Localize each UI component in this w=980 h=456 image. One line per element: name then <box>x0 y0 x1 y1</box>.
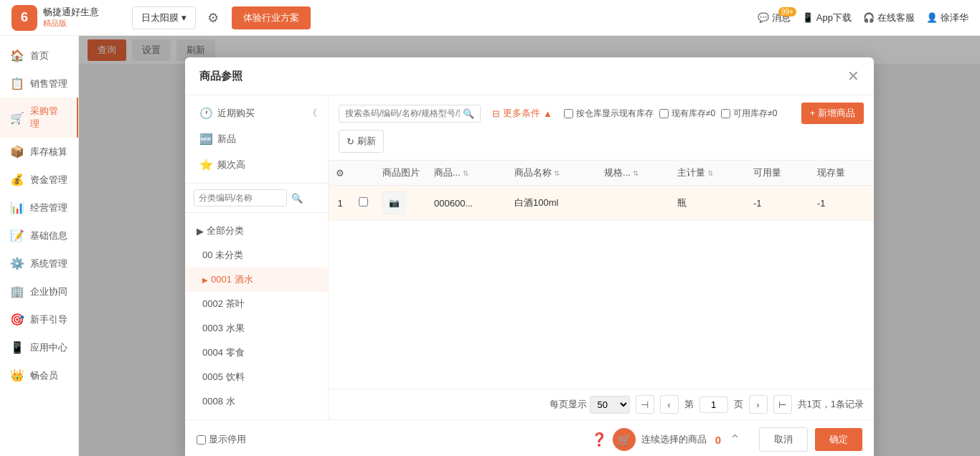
category-search-area: 🔍 <box>185 184 328 213</box>
sales-icon: 📋 <box>10 77 24 90</box>
sidebar-item-home[interactable]: 🏠 首页 <box>0 42 78 70</box>
last-page-btn[interactable]: ⊢ <box>773 395 792 414</box>
modal-close-btn[interactable]: ✕ <box>847 67 859 85</box>
confirm-btn[interactable]: 确定 <box>815 428 862 451</box>
modal-right-panel: 🔍 ⊟ 更多条件 ▲ 按仓库显示现有库存 <box>329 95 874 419</box>
sidebar-item-purchase[interactable]: 🛒 采购管理 <box>0 98 78 138</box>
sidebar-item-operation[interactable]: 📊 经营管理 <box>0 194 78 222</box>
cell-code: 000600... <box>427 186 507 221</box>
col-settings[interactable]: ⚙ <box>329 161 352 186</box>
page-size-wrap: 每页显示 10 20 50 100 <box>550 396 630 414</box>
cell-stock: -1 <box>810 186 874 221</box>
product-search-wrap: 🔍 <box>339 105 481 123</box>
new-icon: 🆕 <box>199 133 213 146</box>
help-icon[interactable]: ❓ <box>591 432 607 447</box>
quick-recent-purchase[interactable]: 🕐 近期购买 <box>194 103 260 124</box>
search-icon[interactable]: 🔍 <box>463 108 474 119</box>
page-size-select[interactable]: 10 20 50 100 <box>590 396 630 414</box>
more-filters-btn[interactable]: ⊟ 更多条件 ▲ <box>486 104 558 123</box>
cat-0004[interactable]: 0004 零食 <box>185 341 328 365</box>
sidebar-item-inventory[interactable]: 📦 库存核算 <box>0 138 78 166</box>
col-available[interactable]: 可用量 <box>746 161 810 186</box>
col-name[interactable]: 商品名称 ⇅ <box>507 161 597 186</box>
sort-unit-icon: ⇅ <box>707 169 713 177</box>
category-search-input[interactable] <box>194 189 287 206</box>
messages-btn[interactable]: 💬 消息 99+ <box>758 11 791 24</box>
usable-ne0-checkbox[interactable] <box>721 109 730 118</box>
cell-check[interactable] <box>352 186 375 221</box>
col-code[interactable]: 商品... ⇅ <box>427 161 507 186</box>
messages-badge: 99+ <box>778 7 796 16</box>
disabled-checkbox[interactable] <box>197 435 206 445</box>
headset-icon: 🎧 <box>863 12 875 23</box>
page-label-2: 页 <box>734 398 743 411</box>
check-usable-ne0[interactable]: 可用库存≠0 <box>721 108 777 120</box>
table-row[interactable]: 1 📷 <box>329 186 874 221</box>
logo-icon: 6 <box>11 5 37 31</box>
user-avatar[interactable]: 👤 徐泽华 <box>926 11 969 24</box>
sidebar-item-apps[interactable]: 📱 应用中心 <box>0 333 78 361</box>
col-spec[interactable]: 规格... ⇅ <box>597 161 670 186</box>
warehouse-checkbox[interactable] <box>564 109 573 118</box>
page-input[interactable] <box>699 396 728 413</box>
col-unit[interactable]: 主计量 ⇅ <box>670 161 746 186</box>
prev-page-btn[interactable]: ‹ <box>660 395 679 414</box>
row-checkbox[interactable] <box>359 197 368 206</box>
product-table-wrap: ⚙ 商品图片 商品... ⇅ <box>329 161 874 389</box>
sidebar-item-sales[interactable]: 📋 销售管理 <box>0 70 78 98</box>
col-stock[interactable]: 现存量 <box>810 161 874 186</box>
top-nav: 6 畅捷通好生意 精品版 日太阳膜 ▾ ⚙ 体验行业方案 💬 消息 99+ 📱 … <box>0 0 980 36</box>
refresh-btn[interactable]: ↻ 刷新 <box>339 130 384 153</box>
modal-overlay: 商品参照 ✕ 🕐 近期购买 《 <box>79 36 980 456</box>
sidebar-item-member[interactable]: 👑 畅会员 <box>0 361 78 389</box>
app-download-btn[interactable]: 📱 App下载 <box>802 11 852 24</box>
member-icon: 👑 <box>10 369 24 382</box>
edition-label: 精品版 <box>43 18 99 29</box>
cat-0002[interactable]: 0002 茶叶 <box>185 292 328 316</box>
quick-new-products[interactable]: 🆕 新品 <box>194 128 319 150</box>
collapse-footer-btn[interactable]: ⌃ <box>730 432 740 447</box>
settings-icon[interactable]: ⚙ <box>202 6 225 29</box>
cat-0005[interactable]: 0005 饮料 <box>185 365 328 389</box>
cat-0003[interactable]: 0003 水果 <box>185 316 328 341</box>
cell-index: 1 <box>329 186 352 221</box>
sort-spec-icon: ⇅ <box>633 169 639 177</box>
nav-dropdown[interactable]: 日太阳膜 ▾ <box>132 6 196 29</box>
cat-0010[interactable]: 0010 家电 <box>185 414 328 419</box>
sidebar-item-finance[interactable]: 💰 资金管理 <box>0 166 78 194</box>
category-search-icon[interactable]: 🔍 <box>291 193 303 204</box>
online-service-btn[interactable]: 🎧 在线客服 <box>863 11 915 24</box>
available-ne0-checkbox[interactable] <box>659 109 669 118</box>
sidebar-item-enterprise[interactable]: 🏢 企业协同 <box>0 277 78 305</box>
sidebar-label-sales: 销售管理 <box>30 77 67 90</box>
collapse-panel-btn[interactable]: 《 <box>305 106 319 120</box>
cancel-btn[interactable]: 取消 <box>759 427 808 452</box>
first-page-btn[interactable]: ⊣ <box>636 395 654 414</box>
next-page-btn[interactable]: › <box>749 395 768 414</box>
new-product-btn[interactable]: + 新增商品 <box>801 103 864 124</box>
footer-right: 取消 确定 <box>759 427 862 452</box>
sidebar-label-basic: 基础信息 <box>30 229 67 242</box>
apps-icon: 📱 <box>10 341 24 354</box>
pagination-bar: 每页显示 10 20 50 100 ⊣ ‹ 第 <box>329 389 874 419</box>
trial-btn[interactable]: 体验行业方案 <box>232 6 311 29</box>
product-table: ⚙ 商品图片 商品... ⇅ <box>329 161 874 221</box>
sidebar-item-basic[interactable]: 📝 基础信息 <box>0 222 78 250</box>
check-available-ne0[interactable]: 现有库存≠0 <box>659 108 715 120</box>
product-search-input[interactable] <box>345 108 460 118</box>
avatar-icon: 👤 <box>926 12 938 23</box>
chevron-down-icon: ▾ <box>182 12 187 23</box>
sidebar-item-guide[interactable]: 🎯 新手引导 <box>0 305 78 333</box>
cat-00[interactable]: 00 未分类 <box>185 243 328 267</box>
cat-0001[interactable]: ▶ 0001 酒水 <box>185 267 328 292</box>
sidebar-item-system[interactable]: ⚙️ 系统管理 <box>0 250 78 277</box>
check-by-warehouse[interactable]: 按仓库显示现有库存 <box>564 108 654 120</box>
cat-0008[interactable]: 0008 水 <box>185 389 328 414</box>
quick-high-frequency[interactable]: ⭐ 频次高 <box>194 154 319 176</box>
show-disabled-check[interactable]: 显示停用 <box>197 433 246 446</box>
cell-available: -1 <box>746 186 810 221</box>
sidebar-label-finance: 资金管理 <box>30 174 67 186</box>
modal-footer: 显示停用 ❓ 🛒 连续选择的商品 0 ⌃ 取消 确定 <box>185 419 874 456</box>
cat-arrow-all: ▶ <box>197 226 204 237</box>
cat-all[interactable]: ▶ 全部分类 <box>185 219 328 243</box>
